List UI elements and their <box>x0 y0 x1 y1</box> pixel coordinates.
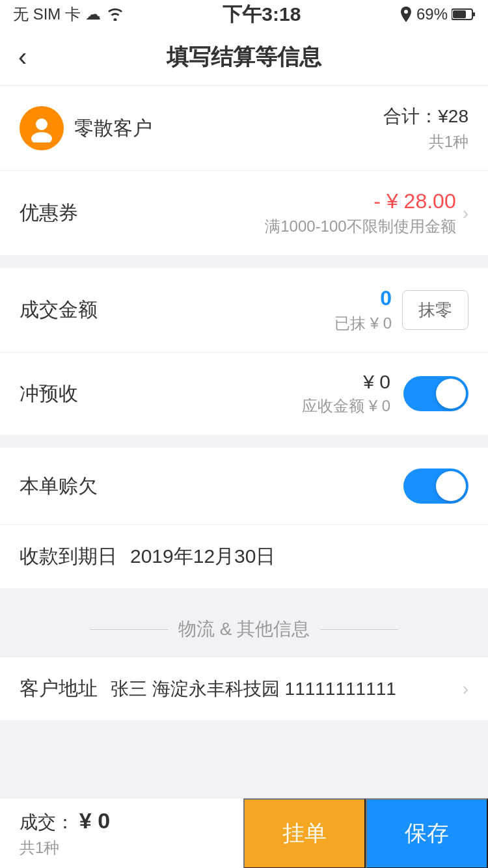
footer-deal-amount: ¥ 0 <box>79 808 110 833</box>
precollect-amount: ¥ 0 <box>302 371 390 393</box>
deal-amount-row: 成交金额 0 已抹 ¥ 0 抹零 <box>0 268 488 352</box>
avatar-icon <box>27 114 56 142</box>
customer-section: 零散客户 合计：¥28 共1种 优惠券 - ¥ 28.00 满1000-100不… <box>0 86 488 255</box>
status-left: 无 SIM 卡 ☁ <box>13 4 124 25</box>
coupon-row[interactable]: 优惠券 - ¥ 28.00 满1000-100不限制使用金额 › <box>0 170 488 255</box>
customer-summary: 合计：¥28 共1种 <box>383 104 468 152</box>
coupon-chevron-icon: › <box>463 203 468 224</box>
address-chevron-icon: › <box>463 679 468 699</box>
due-date-row: 收款到期日 2019年12月30日 <box>0 524 488 588</box>
coupon-amount: - ¥ 28.00 <box>265 189 455 213</box>
coupon-right: - ¥ 28.00 满1000-100不限制使用金额 › <box>265 189 468 237</box>
precollect-amounts: ¥ 0 应收金额 ¥ 0 <box>302 371 390 416</box>
nav-bar: ‹ 填写结算等信息 <box>0 29 488 86</box>
customer-avatar <box>20 106 64 150</box>
deal-value: 0 <box>334 286 392 310</box>
customer-count: 共1种 <box>383 131 468 152</box>
customer-total: 合计：¥28 <box>383 104 468 129</box>
logistics-section: 物流 & 其他信息 <box>0 601 488 657</box>
svg-rect-2 <box>453 10 466 18</box>
debt-toggle[interactable] <box>403 468 468 504</box>
address-section: 客户地址 张三 海淀永丰科技园 11111111111 › <box>0 657 488 720</box>
debt-label: 本单赊欠 <box>20 473 98 500</box>
deal-sub: 已抹 ¥ 0 <box>334 313 392 334</box>
due-date-value: 2019年12月30日 <box>130 543 275 570</box>
precollect-label: 冲预收 <box>20 381 78 407</box>
save-button[interactable]: 保存 <box>366 798 488 869</box>
footer: 成交： ¥ 0 共1种 挂单 保存 <box>0 798 488 868</box>
svg-rect-1 <box>472 12 475 16</box>
customer-row: 零散客户 合计：¥28 共1种 <box>0 86 488 170</box>
precollect-right: ¥ 0 应收金额 ¥ 0 <box>302 371 468 416</box>
status-time: 下午3:18 <box>223 1 301 28</box>
battery-icon <box>452 8 475 21</box>
hold-order-button[interactable]: 挂单 <box>243 798 366 869</box>
battery-text: 69% <box>416 5 448 23</box>
footer-deal-label: 成交： <box>20 812 74 832</box>
precollect-row: 冲预收 ¥ 0 应收金额 ¥ 0 <box>0 352 488 435</box>
deal-label: 成交金额 <box>20 297 98 323</box>
footer-count: 共1种 <box>20 837 224 858</box>
coupon-desc: 满1000-100不限制使用金额 <box>265 216 455 237</box>
toggle-knob <box>436 379 466 409</box>
customer-name: 零散客户 <box>74 115 152 142</box>
location-icon <box>400 7 413 22</box>
coupon-label: 优惠券 <box>20 200 78 226</box>
footer-left: 成交： ¥ 0 共1种 <box>0 808 243 858</box>
debt-row: 本单赊欠 <box>0 448 488 524</box>
svg-point-3 <box>36 118 47 130</box>
address-value: 张三 海淀永丰科技园 11111111111 <box>111 677 463 701</box>
debt-toggle-knob <box>436 471 466 501</box>
logistics-label: 物流 & 其他信息 <box>178 617 310 642</box>
precollect-toggle[interactable] <box>403 376 468 411</box>
coupon-info: - ¥ 28.00 满1000-100不限制使用金额 <box>265 189 455 237</box>
address-key: 客户地址 <box>20 675 98 702</box>
back-button[interactable]: ‹ <box>18 42 27 72</box>
footer-deal-line: 成交： ¥ 0 <box>20 808 224 835</box>
address-row[interactable]: 客户地址 张三 海淀永丰科技园 11111111111 › <box>0 657 488 720</box>
round-zero-button[interactable]: 抹零 <box>402 290 468 330</box>
nav-title: 填写结算等信息 <box>167 42 321 72</box>
debt-section: 本单赊欠 收款到期日 2019年12月30日 <box>0 448 488 588</box>
customer-left: 零散客户 <box>20 106 152 150</box>
due-date-label: 收款到期日 <box>20 543 117 570</box>
status-right: 69% <box>400 5 475 23</box>
no-sim-text: 无 SIM 卡 ☁ <box>13 4 101 25</box>
deal-value-wrap: 0 已抹 ¥ 0 <box>334 286 392 334</box>
deal-section: 成交金额 0 已抹 ¥ 0 抹零 冲预收 ¥ 0 应收金额 ¥ 0 <box>0 268 488 435</box>
svg-point-4 <box>31 132 52 142</box>
wifi-icon <box>106 8 124 21</box>
deal-right: 0 已抹 ¥ 0 抹零 <box>334 286 468 334</box>
precollect-sub: 应收金额 ¥ 0 <box>302 396 390 416</box>
status-bar: 无 SIM 卡 ☁ 下午3:18 69% <box>0 0 488 29</box>
